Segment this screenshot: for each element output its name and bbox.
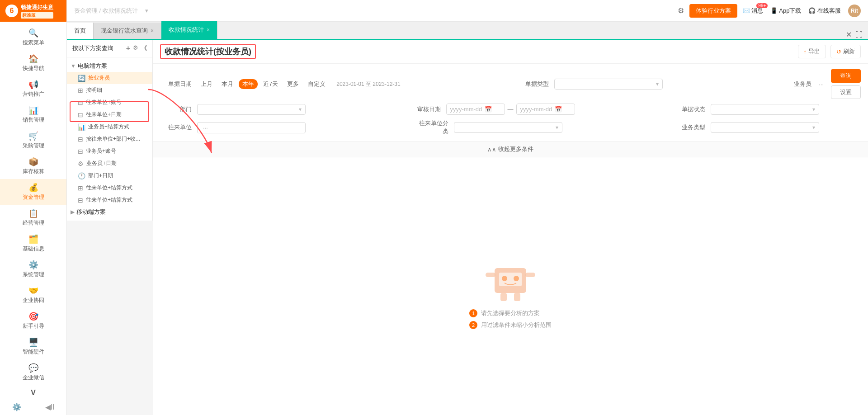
query-button[interactable]: 查询 — [831, 69, 861, 83]
sidebar-item-guide[interactable]: 🎯 新手引导 — [0, 308, 66, 334]
scheme-item-label: 按明细 — [86, 86, 102, 94]
tab-bar: 首页 现金银行流水查询 × 收款情况统计 × ✕ ⛶ — [67, 22, 868, 40]
page-header-actions: ↑ 导出 ↺ 刷新 — [798, 45, 861, 58]
partner-select[interactable]: ··· — [197, 122, 306, 133]
empty-state: 1 请先选择要分析的方案 2 用过滤条件来缩小分析范围 — [153, 157, 868, 415]
doc-type-select[interactable]: ▾ — [554, 79, 663, 90]
settings-icon[interactable]: ⚙ — [678, 6, 684, 15]
scheme-item-salesperson-account[interactable]: ⊟ 业务员+账号 — [67, 145, 152, 157]
collapse-label: 收起更多条件 — [498, 145, 533, 153]
refresh-button[interactable]: ↺ 刷新 — [830, 45, 861, 58]
audit-date-label: 审核日期 — [405, 105, 441, 113]
sidebar-item-quick[interactable]: 🏠 快捷导航 — [0, 50, 66, 76]
table2-icon: ⊟ — [78, 111, 83, 118]
scheme-item-unit-dept-recv[interactable]: ⊟ 按往来单位+部门+收... — [67, 133, 152, 145]
step-2-num: 2 — [469, 321, 477, 329]
close-window-btn[interactable]: ✕ — [846, 30, 852, 39]
dept-select[interactable]: ▾ — [197, 104, 306, 115]
empty-step-1: 1 请先选择要分析的方案 — [469, 309, 552, 317]
audit-date-from[interactable]: yyyy-mm-dd 📅 — [446, 104, 505, 115]
tab-bank-close[interactable]: × — [151, 28, 154, 34]
breadcrumb-text: 资金管理 / 收款情况统计 — [74, 7, 138, 15]
doc-status-label: 单据状态 — [674, 105, 705, 113]
date-tab-this-month[interactable]: 本月 — [218, 79, 237, 89]
doc-status-select[interactable]: ▾ — [711, 104, 819, 115]
sidebar-item-search[interactable]: 🔍 搜索菜单 — [0, 24, 66, 50]
settings-button[interactable]: 设置 — [831, 85, 861, 99]
export-button[interactable]: ↑ 导出 — [798, 45, 826, 58]
sidebar-item-label: 快捷导航 — [23, 65, 44, 72]
sidebar-item-capital[interactable]: 💰 资金管理 — [0, 179, 66, 205]
date-tab-more[interactable]: 更多 — [283, 79, 302, 89]
sidebar-item-label: 库存核算 — [23, 168, 44, 175]
sidebar-item-hardware[interactable]: 🖥️ 智能硬件 — [0, 334, 66, 359]
date-range-text: 2023-01-01 至 2023-12-31 — [336, 80, 400, 88]
scheme-item-unit-account[interactable]: ⊟ 往来单位+账号 — [67, 96, 152, 108]
sidebar-item-enterprise[interactable]: 🤝 企业协同 — [0, 282, 66, 308]
svg-rect-6 — [514, 293, 520, 301]
date-tab-7days[interactable]: 近7天 — [259, 79, 282, 89]
tab-home[interactable]: 首页 — [67, 23, 94, 39]
sidebar-item-system[interactable]: ⚙️ 系统管理 — [0, 256, 66, 282]
collapse-sidebar-btn[interactable]: ◀II — [45, 403, 55, 411]
step-1-num: 1 — [469, 309, 477, 317]
sidebar-item-wechat[interactable]: 💬 企业微信 — [0, 359, 66, 385]
warehouse-icon: 📦 — [28, 157, 38, 167]
sales-icon: 📊 — [28, 105, 38, 115]
sidebar-item-basic[interactable]: 🗂️ 基础信息 — [0, 231, 66, 256]
page-header: 收款情况统计(按业务员) ↑ 导出 ↺ 刷新 — [153, 40, 868, 64]
date-tab-this-year[interactable]: 本年 — [239, 79, 258, 89]
collapse-area[interactable]: ∧∧ 收起更多条件 — [153, 141, 868, 157]
scheme-item-unit-settle2[interactable]: ⊟ 往来单位+结算方式 — [67, 194, 152, 206]
sidebar-item-member[interactable]: V 畅会员 — [0, 385, 66, 399]
scheme-item-salesperson-settle[interactable]: 📊 业务员+结算方式 — [67, 121, 152, 133]
chevron-down-partner-icon: ▾ — [556, 124, 558, 131]
scheme-item-dept-date[interactable]: 🕐 部门+日期 — [67, 170, 152, 182]
trial-button[interactable]: 体验行业方案 — [689, 4, 737, 18]
collapse-btn[interactable]: ∧∧ 收起更多条件 — [487, 145, 533, 153]
scheme-panel-btns: + ⚙ 《 — [126, 44, 147, 52]
chevron-right-icon: ▶ — [71, 209, 75, 215]
audit-date-to[interactable]: yyyy-mm-dd 📅 — [516, 104, 575, 115]
export-icon: ↑ — [804, 48, 807, 55]
sidebar-item-operation[interactable]: 📋 经营管理 — [0, 205, 66, 231]
message-badge[interactable]: ✉️ 消息 99+ — [743, 7, 764, 15]
scheme-item-unit-date[interactable]: ⊟ 往来单位+日期 — [67, 108, 152, 121]
scheme-item-salesperson-date[interactable]: ⚙ 业务员+日期 — [67, 157, 152, 170]
scheme-group-desktop-title[interactable]: ▼ 电脑端方案 — [67, 60, 152, 72]
scheme-list: ▼ 电脑端方案 🔄 按业务员 ⊞ 按明细 ⊟ — [67, 57, 152, 221]
sidebar-item-marketing[interactable]: 📢 营销推广 — [0, 76, 66, 102]
sidebar-item-purchase[interactable]: 🛒 采购管理 — [0, 127, 66, 153]
scheme-settings-btn[interactable]: ⚙ — [133, 44, 138, 52]
tab-bank[interactable]: 现金银行流水查询 × — [94, 23, 161, 39]
tab-receipt-close[interactable]: × — [207, 27, 210, 33]
scheme-item-by-salesperson[interactable]: 🔄 按业务员 — [67, 72, 152, 84]
scheme-collapse-btn[interactable]: 《 — [141, 44, 147, 52]
scheme-item-by-detail[interactable]: ⊞ 按明细 — [67, 84, 152, 96]
biz-type-select[interactable]: ▾ — [711, 122, 819, 133]
date-tab-last-month[interactable]: 上月 — [197, 79, 216, 89]
svg-rect-5 — [500, 293, 507, 301]
scheme-group-mobile-title[interactable]: ▶ 移动端方案 — [67, 206, 152, 218]
app-download-link[interactable]: 📱 App下载 — [770, 7, 801, 15]
tab-receipt[interactable]: 收款情况统计 × — [161, 21, 217, 39]
audit-date-range: yyyy-mm-dd 📅 — yyyy-mm-dd 📅 — [446, 104, 575, 115]
settings-footer-btn[interactable]: ⚙️ — [12, 403, 21, 411]
user-avatar[interactable]: Rit — [848, 5, 861, 17]
partner-dots-icon[interactable]: ··· — [203, 124, 208, 131]
online-service-link[interactable]: 🎧 在线客服 — [808, 7, 841, 15]
date-label: 单据日期 — [160, 80, 192, 88]
purchase-icon: 🛒 — [28, 131, 38, 141]
scheme-item-unit-settle1[interactable]: ⊞ 往来单位+结算方式 — [67, 182, 152, 194]
scheme-item-label: 业务员+结算方式 — [88, 123, 129, 131]
basic-icon: 🗂️ — [28, 234, 38, 244]
scheme-add-btn[interactable]: + — [126, 44, 130, 52]
chevron-down-icon: ▾ — [656, 81, 659, 87]
sidebar-item-warehouse[interactable]: 📦 库存核算 — [0, 153, 66, 179]
date-tab-custom[interactable]: 自定义 — [304, 79, 329, 89]
sidebar-item-sales[interactable]: 📊 销售管理 — [0, 102, 66, 127]
salesperson-dots[interactable]: ··· — [819, 81, 824, 88]
partner-category-select[interactable]: ▾ — [454, 122, 562, 133]
scheme-item-label: 按往来单位+部门+收... — [86, 135, 140, 143]
expand-btn[interactable]: ⛶ — [855, 31, 863, 39]
